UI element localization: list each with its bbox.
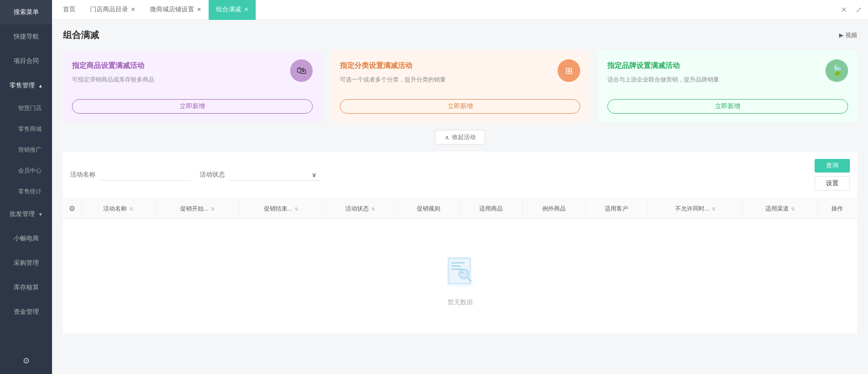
video-link[interactable]: ▶ 视频 [839, 31, 857, 39]
sidebar-item-inventory-check[interactable]: 库存核算 [0, 275, 52, 300]
th-applicable-channels[interactable]: 适用渠道 ⇅ [743, 199, 817, 219]
settings-button[interactable]: 设置 [815, 176, 850, 191]
th-exception-products-label: 例外商品 [542, 205, 566, 212]
sidebar-item-retail-mgmt[interactable]: 零售管理 ▲ [0, 73, 52, 98]
th-no-concurrent-label: 不允许同时... [675, 205, 710, 212]
card-brand-desc: 适合与上游企业联合做营销，提升品牌销量 [607, 75, 848, 84]
card-category-title: 指定分类设置满减活动 [340, 61, 581, 71]
tab-combo-discount-close[interactable]: ✕ [244, 6, 248, 13]
th-promo-rules-label: 促销规则 [417, 205, 440, 212]
svg-point-9 [462, 272, 463, 273]
sidebar-item-retail-mall[interactable]: 零售商城 [0, 119, 52, 139]
th-activity-name-label: 活动名称 [103, 205, 127, 212]
tab-home[interactable]: 首页 [56, 0, 83, 20]
tab-store-catalog[interactable]: 门店商品目录 ✕ [83, 0, 143, 20]
card-brand-btn[interactable]: 立即新增 [607, 99, 848, 114]
th-no-concurrent[interactable]: 不允许同时... ⇅ [648, 199, 743, 219]
collapse-bar: ∧ 收起活动 [63, 130, 857, 144]
th-applicable-products: 适用商品 [460, 199, 523, 219]
th-promo-end-label: 促销结束... [264, 205, 292, 212]
video-label: 视频 [845, 31, 857, 39]
sort-icon: ⇅ [129, 206, 133, 211]
tab-wechat-store[interactable]: 微商城店铺设置 ✕ [143, 0, 209, 20]
gear-icon: ⚙ [69, 205, 75, 212]
sort-icon: ⇅ [712, 206, 715, 211]
card-category-btn[interactable]: 立即新增 [340, 99, 581, 114]
th-exception-products: 例外商品 [523, 199, 586, 219]
th-operations: 操作 [817, 199, 857, 219]
tab-store-catalog-close[interactable]: ✕ [131, 6, 135, 13]
sort-icon: ⇅ [211, 206, 215, 211]
sidebar-item-xiaochang-ecom[interactable]: 小畅电商 [0, 226, 52, 251]
sidebar-item-label: 零售统计 [18, 188, 42, 195]
sidebar-item-label: 资金管理 [14, 308, 39, 315]
th-activity-name[interactable]: 活动名称 ⇅ [81, 199, 155, 219]
th-settings[interactable]: ⚙ [63, 199, 81, 219]
wholesale-mgmt-arrow: ▼ [38, 212, 43, 217]
query-button[interactable]: 查询 [815, 159, 850, 173]
th-activity-status-label: 活动状态 [345, 205, 369, 212]
play-icon: ▶ [839, 32, 844, 38]
search-bar: 活动名称 活动状态 ∨ 查询 设置 [63, 152, 857, 198]
sidebar-item-marketing[interactable]: 营销推广 [0, 139, 52, 160]
svg-rect-3 [451, 262, 465, 264]
card-product-desc: 可指定滞销商品或库存较多商品 [72, 75, 313, 84]
chevron-down-icon: ∨ [312, 171, 316, 178]
sidebar-settings-btn[interactable]: ⚙ [0, 348, 52, 374]
card-category-icon: ⊞ [558, 59, 580, 82]
activity-status-label: 活动状态 [200, 171, 225, 179]
sidebar: 搜索菜单 快捷导航 项目合同 零售管理 ▲ 智慧门店 零售商城 营销推广 会员中… [0, 0, 52, 374]
th-promo-start[interactable]: 促销开始... ⇅ [155, 199, 239, 219]
activity-name-label: 活动名称 [70, 171, 95, 179]
th-operations-label: 操作 [831, 205, 843, 212]
sidebar-item-label: 批发管理 [10, 210, 35, 217]
sidebar-item-quick-nav[interactable]: 快捷导航 [0, 24, 52, 49]
th-activity-status[interactable]: 活动状态 ⇅ [323, 199, 397, 219]
activity-card-brand: 🍃 指定品牌设置满减活动 适合与上游企业联合做营销，提升品牌销量 立即新增 [598, 50, 857, 123]
tab-store-catalog-label: 门店商品目录 [90, 5, 128, 14]
tab-home-label: 首页 [63, 5, 76, 14]
th-applicable-products-label: 适用商品 [479, 205, 503, 212]
sidebar-item-member-center[interactable]: 会员中心 [0, 160, 52, 181]
svg-point-7 [460, 270, 467, 278]
sidebar-item-smart-store[interactable]: 智慧门店 [0, 98, 52, 119]
sidebar-item-wholesale-mgmt[interactable]: 批发管理 ▼ [0, 202, 52, 226]
settings-icon: ⚙ [23, 356, 30, 365]
tab-combo-discount[interactable]: 组合满减 ✕ [209, 0, 256, 20]
leaf-icon: 🍃 [831, 65, 843, 77]
tab-close-btn[interactable]: ✕ [838, 4, 849, 16]
tab-wechat-store-close[interactable]: ✕ [197, 6, 201, 13]
th-promo-end[interactable]: 促销结束... ⇅ [239, 199, 323, 219]
sidebar-item-fund-mgmt[interactable]: 资金管理 [0, 300, 52, 324]
sidebar-item-label: 零售商城 [18, 125, 42, 132]
sidebar-item-purchase-mgmt[interactable]: 采购管理 [0, 251, 52, 275]
sidebar-item-project-contract[interactable]: 项目合同 [0, 49, 52, 73]
svg-rect-4 [451, 265, 461, 267]
page-content: 组合满减 ▶ 视频 🛍 指定商品设置满减活动 可指定滞销商品或库存较多商品 立即… [52, 20, 868, 374]
activity-status-select[interactable]: ∨ [229, 169, 320, 181]
activity-cards: 🛍 指定商品设置满减活动 可指定滞销商品或库存较多商品 立即新增 ⊞ 指定分类设… [63, 50, 857, 123]
empty-text: 暂无数据 [448, 298, 473, 307]
tab-wechat-store-label: 微商城店铺设置 [150, 5, 194, 14]
sidebar-item-retail-stats[interactable]: 零售统计 [0, 181, 52, 202]
activity-card-category: ⊞ 指定分类设置满减活动 可选一个或者多个分类，提升分类的销量 立即新增 [331, 50, 590, 123]
collapse-activity-btn[interactable]: ∧ 收起活动 [435, 130, 485, 144]
card-product-btn[interactable]: 立即新增 [72, 99, 313, 114]
sidebar-item-label: 零售管理 [10, 82, 35, 89]
retail-mgmt-arrow: ▲ [38, 83, 43, 88]
collapse-label: 收起活动 [452, 133, 476, 141]
sidebar-item-label: 小畅电商 [14, 235, 39, 242]
sidebar-search[interactable]: 搜索菜单 [0, 0, 52, 24]
empty-illustration [438, 246, 483, 291]
tab-combo-discount-label: 组合满减 [216, 5, 241, 14]
card-product-title: 指定商品设置满减活动 [72, 61, 313, 71]
table-wrapper: ⚙ 活动名称 ⇅ 促销开始... ⇅ 促销结束... ⇅ [63, 199, 857, 334]
tab-resize-btn[interactable]: ⤢ [853, 4, 864, 16]
card-product-icon: 🛍 [290, 59, 313, 82]
activity-table: ⚙ 活动名称 ⇅ 促销开始... ⇅ 促销结束... ⇅ [63, 199, 857, 219]
th-applicable-customers: 适用客户 [585, 199, 648, 219]
sidebar-item-label: 采购管理 [14, 259, 39, 266]
sidebar-item-label: 智慧门店 [18, 105, 42, 111]
sort-icon: ⇅ [791, 206, 795, 211]
activity-name-input[interactable] [100, 169, 191, 181]
